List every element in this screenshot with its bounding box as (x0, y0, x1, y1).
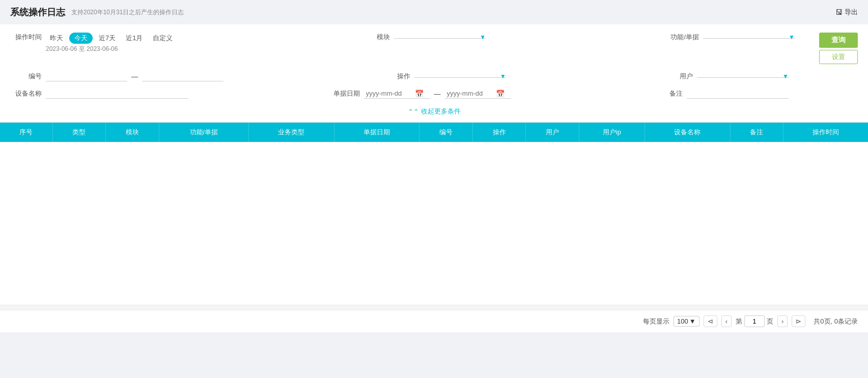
operation-select[interactable]: ▼ (414, 75, 506, 78)
col-seq: 序号 (0, 123, 52, 142)
page-size-value: 100 (677, 317, 688, 325)
remark-label: 备注 (651, 89, 687, 98)
col-module: 模块 (106, 123, 159, 142)
time-btn-today[interactable]: 今天 (69, 33, 93, 44)
function-value (703, 36, 785, 38)
col-user-ip: 用户ip (579, 123, 645, 142)
time-btn-7days[interactable]: 近7天 (95, 33, 120, 44)
date-from-input[interactable] (364, 89, 415, 98)
operation-value (414, 75, 496, 77)
action-buttons: 查询 设置 (819, 33, 858, 64)
function-dropdown-icon: ▼ (789, 34, 795, 41)
empty-area (0, 142, 868, 305)
user-value (697, 75, 778, 77)
calendar-to-icon[interactable]: 📅 (496, 90, 505, 98)
time-filter: 昨天 今天 近7天 近1月 自定义 2023-06-06 至 2023-06-0… (46, 33, 177, 53)
page-size-select[interactable]: 100 ▼ (674, 316, 699, 327)
user-dropdown-icon: ▼ (782, 73, 789, 80)
device-input[interactable] (46, 89, 188, 99)
calendar-from-icon[interactable]: 📅 (415, 90, 424, 98)
col-op-time: 操作时间 (783, 123, 868, 142)
date-to-input[interactable] (445, 89, 496, 98)
number-to-input[interactable] (142, 71, 223, 81)
module-value (394, 36, 475, 38)
col-device: 设备名称 (645, 123, 730, 142)
operation-dropdown-icon: ▼ (500, 73, 506, 80)
page-header: 系统操作日志 支持2020年10月31日之后产生的操作日志 🖫 导出 (0, 0, 868, 24)
prev-page-button[interactable]: ‹ (721, 315, 732, 327)
time-btn-custom[interactable]: 自定义 (149, 33, 177, 44)
date-to-wrapper: 📅 (445, 89, 511, 99)
user-select[interactable]: ▼ (697, 75, 789, 78)
function-label: 功能/单据 (667, 33, 703, 42)
function-select[interactable]: ▼ (703, 36, 795, 39)
collapse-button[interactable]: ⌃⌃ 收起更多条件 (408, 107, 461, 116)
export-icon: 🖫 (835, 8, 843, 16)
filter-area: 操作时间 昨天 今天 近7天 近1月 自定义 2023-06-06 至 2023… (0, 24, 868, 123)
number-from-input[interactable] (46, 71, 127, 81)
module-select[interactable]: ▼ (394, 36, 486, 39)
collapse-label: 收起更多条件 (421, 107, 461, 116)
module-dropdown-icon: ▼ (480, 34, 486, 41)
col-doc-date: 单据日期 (334, 123, 419, 142)
export-button[interactable]: 🖫 导出 (835, 8, 858, 17)
first-page-button[interactable]: ⊲ (704, 315, 717, 327)
time-btn-1month[interactable]: 近1月 (122, 33, 147, 44)
col-number: 编号 (419, 123, 472, 142)
pagination-bar: 每页显示 100 ▼ ⊲ ‹ 第 页 › ⊳ 共0页, 0条记录 (0, 310, 868, 332)
collapse-chevron-icon: ⌃⌃ (408, 108, 419, 115)
page-label: 第 (736, 317, 742, 326)
device-label: 设备名称 (10, 89, 46, 98)
time-label: 操作时间 (10, 33, 46, 42)
time-btn-yesterday[interactable]: 昨天 (46, 33, 67, 44)
user-label: 用户 (661, 72, 697, 81)
remark-input[interactable] (687, 89, 789, 99)
last-page-button[interactable]: ⊳ (792, 315, 805, 327)
page-size-arrow: ▼ (689, 317, 696, 325)
time-range-text: 2023-06-06 至 2023-06-06 (46, 45, 177, 53)
date-from-wrapper: 📅 (364, 89, 430, 99)
table-wrapper: 序号 类型 模块 功能/单据 业务类型 单据日期 编号 操作 用户 用户ip 设… (0, 123, 868, 305)
date-dash: — (434, 90, 441, 98)
col-biz-type: 业务类型 (249, 123, 334, 142)
export-label: 导出 (845, 8, 858, 17)
settings-button[interactable]: 设置 (819, 50, 858, 64)
page-unit: 页 (767, 317, 773, 326)
data-table: 序号 类型 模块 功能/单据 业务类型 单据日期 编号 操作 用户 用户ip 设… (0, 123, 868, 142)
col-user: 用户 (526, 123, 579, 142)
table-header: 序号 类型 模块 功能/单据 业务类型 单据日期 编号 操作 用户 用户ip 设… (0, 123, 868, 142)
doc-date-label: 单据日期 (328, 89, 364, 98)
col-remark: 备注 (730, 123, 783, 142)
query-button[interactable]: 查询 (819, 33, 858, 48)
page-size-label: 每页显示 (643, 317, 669, 326)
page-title: 系统操作日志 (10, 6, 65, 18)
number-label: 编号 (10, 72, 46, 81)
page-input-wrapper: 第 页 (736, 315, 773, 327)
col-function: 功能/单据 (159, 123, 248, 142)
module-label: 模块 (358, 33, 394, 42)
col-operation: 操作 (472, 123, 525, 142)
page-number-input[interactable] (744, 315, 765, 327)
scrollbar-row[interactable] (0, 305, 868, 310)
collapse-row: ⌃⌃ 收起更多条件 (10, 104, 858, 117)
page-subtitle: 支持2020年10月31日之后产生的操作日志 (71, 8, 184, 17)
page-total: 共0页, 0条记录 (814, 317, 858, 326)
table-header-row: 序号 类型 模块 功能/单据 业务类型 单据日期 编号 操作 用户 用户ip 设… (0, 123, 868, 142)
number-dash: — (131, 73, 138, 80)
operation-label: 操作 (379, 72, 414, 81)
next-page-button[interactable]: › (777, 315, 788, 327)
col-type: 类型 (52, 123, 105, 142)
